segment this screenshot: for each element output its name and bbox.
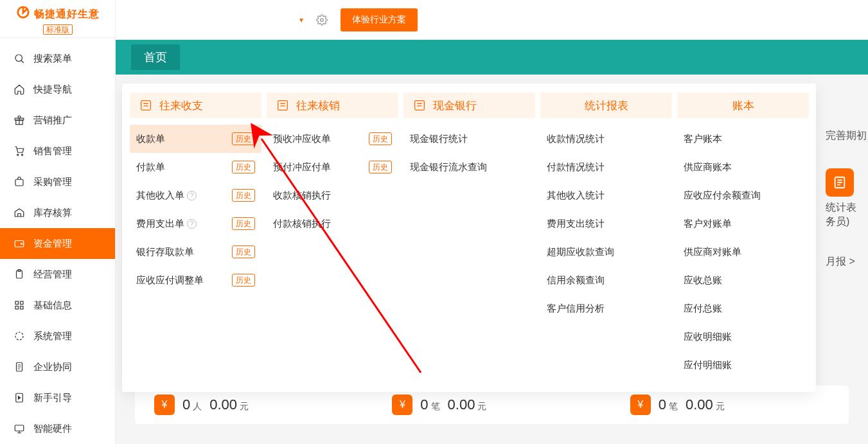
- sidebar-item-2[interactable]: 营销推广: [0, 105, 115, 136]
- mega-item-label: 费用支出单?: [136, 218, 197, 230]
- mega-item[interactable]: 超期应收款查询: [540, 238, 672, 266]
- bag-icon: [13, 175, 26, 188]
- mega-item[interactable]: 预付冲应付单历史: [267, 153, 398, 181]
- stat-group-2: ¥0笔0.00元: [630, 395, 829, 415]
- sidebar-item-9[interactable]: 系统管理: [0, 321, 115, 351]
- help-icon[interactable]: ?: [187, 191, 197, 200]
- sidebar-item-label: 基础信息: [33, 299, 72, 312]
- mega-item[interactable]: 供应商对账单: [677, 238, 809, 266]
- topbar: ▾ 体验行业方案: [116, 0, 868, 40]
- mega-item[interactable]: 付款核销执行: [267, 209, 398, 238]
- right-hint-2a[interactable]: 统计表: [826, 200, 868, 215]
- sidebar-item-label: 库存核算: [33, 207, 72, 219]
- gear-icon[interactable]: [316, 14, 328, 26]
- history-badge[interactable]: 历史: [369, 132, 392, 145]
- history-badge[interactable]: 历史: [232, 274, 255, 287]
- stat-amount: 0.00: [686, 396, 713, 413]
- stat-currency: 元: [477, 401, 486, 413]
- sidebar-item-label: 新手引导: [33, 392, 72, 404]
- right-hint-3[interactable]: 月报 >: [826, 254, 868, 269]
- mega-item[interactable]: 应付总账: [677, 294, 809, 323]
- mega-item[interactable]: 供应商账本: [677, 153, 809, 181]
- svg-rect-6: [15, 179, 23, 186]
- mega-column-title: 往来核销: [296, 98, 340, 113]
- mega-item[interactable]: 其他收入统计: [540, 181, 672, 209]
- sidebar-item-3[interactable]: 销售管理: [0, 136, 115, 166]
- sidebar-item-label: 资金管理: [33, 238, 72, 250]
- tv-icon: [13, 422, 26, 435]
- mega-item[interactable]: 客户对账单: [677, 209, 809, 238]
- sidebar-item-12[interactable]: 智能硬件: [0, 413, 115, 444]
- svg-point-4: [17, 154, 19, 155]
- sidebar-item-0[interactable]: 搜索菜单: [0, 43, 115, 74]
- sidebar-item-1[interactable]: 快捷导航: [0, 74, 115, 105]
- mega-column-header: 往来核销: [267, 93, 398, 118]
- mega-item[interactable]: 费用支出单?历史: [130, 209, 261, 238]
- mega-item-label: 应收应付调整单: [136, 274, 204, 287]
- right-hint-1[interactable]: 完善期初: [826, 129, 868, 143]
- guide-icon: [13, 391, 26, 404]
- right-hint-2b[interactable]: 务员): [826, 215, 868, 229]
- mega-item[interactable]: 应收应付调整单历史: [130, 266, 261, 294]
- sidebar-item-5[interactable]: 库存核算: [0, 197, 115, 228]
- mega-item-label: 现金银行统计: [410, 133, 468, 145]
- sidebar-item-11[interactable]: 新手引导: [0, 382, 115, 413]
- mega-item[interactable]: 收款单历史: [130, 125, 261, 153]
- sidebar-item-label: 经营管理: [33, 269, 72, 281]
- company-dropdown[interactable]: [126, 8, 293, 31]
- sidebar-item-7[interactable]: 经营管理: [0, 259, 115, 290]
- stat-group-0: ¥0人0.00元: [154, 395, 353, 415]
- svg-rect-18: [15, 425, 24, 431]
- help-icon[interactable]: ?: [187, 219, 197, 229]
- mega-item[interactable]: 银行存取款单历史: [130, 238, 261, 266]
- svg-point-15: [15, 332, 23, 340]
- cart-icon: [13, 145, 26, 157]
- mega-item[interactable]: 应收总账: [677, 266, 809, 294]
- mega-item[interactable]: 收款情况统计: [540, 125, 672, 153]
- report-icon[interactable]: [826, 168, 854, 197]
- experience-industry-button[interactable]: 体验行业方案: [341, 8, 418, 31]
- chevron-down-icon[interactable]: ▾: [299, 15, 303, 24]
- sidebar: 畅捷通好生意 标准版 搜索菜单快捷导航营销推广销售管理采购管理库存核算资金管理经…: [0, 0, 116, 444]
- history-badge[interactable]: 历史: [232, 132, 255, 145]
- mega-item-label: 预付冲应付单: [273, 161, 331, 173]
- sidebar-item-6[interactable]: 资金管理: [0, 228, 115, 259]
- mega-item-label: 收款情况统计: [547, 133, 605, 145]
- grid-icon: [13, 299, 26, 312]
- mega-item[interactable]: 应收应付余额查询: [677, 181, 809, 209]
- mega-item[interactable]: 客户信用分析: [540, 294, 672, 323]
- mega-item[interactable]: 付款情况统计: [540, 153, 672, 181]
- mega-item[interactable]: 信用余额查询: [540, 266, 672, 294]
- mega-item-label: 收款核销执行: [273, 190, 331, 202]
- mega-item[interactable]: 其他收入单?历史: [130, 181, 261, 209]
- sidebar-item-label: 销售管理: [33, 145, 72, 157]
- history-badge[interactable]: 历史: [369, 161, 392, 173]
- mega-item[interactable]: 应收明细账: [677, 323, 809, 351]
- history-badge[interactable]: 历史: [232, 245, 255, 258]
- mega-item-label: 应收总账: [684, 274, 722, 287]
- mega-item[interactable]: 应付明细账: [677, 351, 809, 379]
- mega-item[interactable]: 客户账本: [677, 125, 809, 153]
- mega-item[interactable]: 预收冲应收单历史: [267, 125, 398, 153]
- sidebar-item-8[interactable]: 基础信息: [0, 290, 115, 321]
- mega-column-header: 账本: [677, 93, 809, 118]
- sidebar-item-10[interactable]: 企业协同: [0, 351, 115, 382]
- mega-item[interactable]: 付款单历史: [130, 153, 261, 181]
- mega-item-label: 付款单: [136, 161, 165, 173]
- history-badge[interactable]: 历史: [232, 161, 255, 173]
- history-badge[interactable]: 历史: [232, 189, 255, 202]
- sidebar-item-4[interactable]: 采购管理: [0, 166, 115, 197]
- tab-home[interactable]: 首页: [131, 44, 180, 70]
- mega-item[interactable]: 现金银行统计: [403, 125, 535, 153]
- history-badge[interactable]: 历史: [232, 217, 255, 230]
- sidebar-item-label: 采购管理: [33, 176, 72, 188]
- mega-item-label: 其他收入单?: [136, 190, 197, 202]
- stat-value: 0: [659, 396, 666, 413]
- mega-item-label: 信用余额查询: [547, 274, 605, 287]
- mega-item[interactable]: 收款核销执行: [267, 181, 398, 209]
- stat-value: 0: [182, 396, 190, 413]
- stat-icon: ¥: [630, 395, 651, 415]
- mega-item[interactable]: 现金银行流水查询: [403, 153, 535, 181]
- mega-item[interactable]: 费用支出统计: [540, 209, 672, 238]
- loader-icon: [13, 330, 26, 342]
